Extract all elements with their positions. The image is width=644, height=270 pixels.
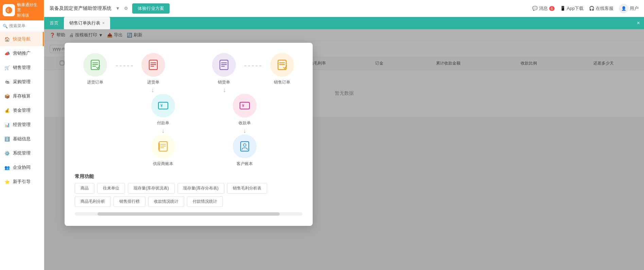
down-arrow-sales: ↓	[204, 87, 245, 94]
svg-text:6: 6	[7, 8, 9, 13]
search-icon: 🔍	[3, 24, 8, 29]
message-badge: 6	[549, 6, 555, 11]
modal-scrollbar-thumb	[98, 212, 280, 216]
sidebar-item-operation[interactable]: 📊 经营管理	[0, 118, 44, 132]
purchase-order-circle	[83, 53, 107, 77]
headset-icon: 🎧	[589, 6, 594, 11]
svg-rect-22	[158, 143, 160, 150]
message-icon: 💬	[532, 6, 538, 11]
tab-close-btn[interactable]: ×	[102, 21, 105, 25]
flow-down-arrows: ↓ ↓	[75, 87, 302, 94]
common-btn-sales-rank[interactable]: 销售排行榜	[114, 196, 145, 207]
logo-icon: 6	[3, 4, 15, 16]
customer-ledger-circle	[233, 134, 257, 158]
main-content: 装备及固定资产辅助管理系统 ▼ ⚙ 体验行业方案 💬 消息 6 📱 App下载 …	[44, 0, 644, 270]
receipt-circle: ¥	[233, 94, 257, 118]
flow-mid-row: ¥ 付款单 ¥ 收款单	[75, 94, 302, 126]
sidebar-item-purchase[interactable]: 🛍 采购管理	[0, 75, 44, 89]
flow-item-payment[interactable]: ¥ 付款单	[139, 94, 187, 126]
down-arrow-receipt: ↓	[221, 127, 268, 134]
sales-order-circle	[270, 53, 294, 77]
common-btn-payment-stat[interactable]: 付款情况统计	[187, 196, 223, 207]
sidebar-item-guide[interactable]: ⭐ 新手引导	[0, 175, 44, 189]
logo-text: 畅康通好生意 标准版	[17, 2, 41, 18]
svg-rect-17	[158, 102, 168, 109]
receipt-label: 收款单	[239, 120, 251, 126]
tab-bar-close-btn[interactable]: ×	[637, 20, 644, 26]
sales-order-label: 销售订单	[274, 79, 290, 85]
message-link[interactable]: 💬 消息 6	[532, 5, 555, 12]
service-link[interactable]: 🎧 在线客服	[589, 5, 613, 12]
flow-section: 进货订单 进货单	[75, 53, 302, 168]
sidebar-item-system[interactable]: ⚙️ 系统管理	[0, 146, 44, 160]
sidebar-item-quicknav[interactable]: 🏠 快捷导航	[0, 32, 44, 46]
box-icon: 📦	[4, 93, 10, 99]
tab-home[interactable]: 首页	[44, 17, 64, 29]
experience-btn[interactable]: 体验行业方案	[132, 3, 170, 14]
common-buttons: 商品 往来单位 现存量(库存状况表) 现存量(库存分布表) 销售毛利分析表 商品…	[75, 183, 302, 207]
common-btn-product-gross[interactable]: 商品毛利分析	[75, 196, 111, 207]
sidebar-item-basic[interactable]: ℹ️ 基础信息	[0, 132, 44, 146]
system-title: 装备及固定资产辅助管理系统	[50, 5, 111, 12]
down-arrow-payment: ↓	[139, 127, 187, 134]
supplier-ledger-label: 供应商账本	[153, 161, 173, 167]
home-icon: 🏠	[4, 36, 10, 42]
flow-modal: 进货订单 进货单	[65, 43, 313, 226]
sidebar-item-sales[interactable]: 🛒 销售管理	[0, 60, 44, 75]
modal-scrollbar[interactable]	[75, 212, 302, 216]
flow-item-customer-ledger[interactable]: 客户账本	[221, 134, 268, 167]
avatar-icon: 👤	[619, 4, 628, 13]
modal-overlay[interactable]: 进货订单 进货单	[44, 29, 644, 270]
topbar-right: 💬 消息 6 📱 App下载 🎧 在线客服 👤 用户	[532, 4, 639, 13]
common-btn-product[interactable]: 商品	[75, 183, 94, 194]
payment-circle: ¥	[151, 94, 175, 118]
svg-rect-21	[159, 142, 167, 151]
user-avatar[interactable]: 👤 用户	[619, 4, 639, 13]
people-icon: 👥	[4, 164, 10, 170]
app-download-link[interactable]: 📱 App下载	[560, 5, 584, 12]
arrow-from-sales-order	[244, 66, 261, 66]
dropdown-icon[interactable]: ▼	[116, 6, 120, 11]
cart-icon: 🛒	[4, 65, 10, 71]
supplier-ledger-circle	[151, 134, 175, 158]
tab-sales-exec[interactable]: 销售订单执行表 ×	[64, 17, 110, 29]
sidebar-item-inventory[interactable]: 📦 库存核算	[0, 89, 44, 103]
page-content: ❓ 帮助 🖨 按模板打印 ▼ 📤 导出 🔄 刷新 📅 — 📅	[44, 29, 644, 270]
sales-bill-label: 销货单	[218, 79, 230, 85]
settings-icon[interactable]: ⚙	[124, 6, 128, 11]
sidebar: 6 畅康通好生意 标准版 🔍 搜索菜单 🏠 快捷导航 📣 营销推广 🛒 销售管理…	[0, 0, 44, 270]
flow-item-purchase-order[interactable]: 进货订单	[75, 53, 116, 85]
common-btn-gross-analysis[interactable]: 销售毛利分析表	[227, 183, 267, 194]
purchase-order-label: 进货订单	[87, 79, 103, 85]
flow-down-arrows2: ↓ ↓	[75, 127, 302, 134]
sidebar-item-collab[interactable]: 👥 企业协同	[0, 160, 44, 175]
common-btn-receipt-stat[interactable]: 收款情况统计	[148, 196, 184, 207]
common-btn-stock-status[interactable]: 现存量(库存状况表)	[128, 183, 175, 194]
tabbar: 首页 销售订单执行表 × ×	[44, 17, 644, 29]
payment-label: 付款单	[157, 120, 169, 126]
common-btn-stock-dist[interactable]: 现存量(库存分布表)	[177, 183, 224, 194]
flow-top-row: 进货订单 进货单	[75, 53, 302, 85]
arrow-to-purchase	[116, 66, 133, 66]
flow-item-receipt[interactable]: ¥ 收款单	[221, 94, 268, 126]
svg-text:¥: ¥	[160, 103, 163, 108]
sidebar-nav: 🏠 快捷导航 📣 营销推广 🛒 销售管理 🛍 采购管理 📦 库存核算 💰 资金管…	[0, 32, 44, 270]
purchase-bill-circle	[141, 53, 165, 77]
common-btn-partner[interactable]: 往来单位	[97, 183, 125, 194]
info-icon: ℹ️	[4, 136, 10, 142]
chart-icon: 📊	[4, 122, 10, 128]
phone-icon: 📱	[560, 6, 565, 11]
wallet-icon: 💰	[4, 107, 10, 113]
flow-item-purchase-bill[interactable]: 进货单	[133, 53, 174, 85]
bag-icon: 🛍	[4, 79, 10, 85]
down-arrow-purchase: ↓	[132, 87, 174, 94]
flow-item-sales-bill[interactable]: 销货单	[203, 53, 244, 85]
sidebar-search[interactable]: 🔍 搜索菜单	[0, 20, 44, 32]
sidebar-item-marketing[interactable]: 📣 营销推广	[0, 46, 44, 60]
sidebar-item-finance[interactable]: 💰 资金管理	[0, 103, 44, 118]
sidebar-logo: 6 畅康通好生意 标准版	[0, 0, 44, 20]
flow-item-supplier-ledger[interactable]: 供应商账本	[139, 134, 187, 167]
svg-rect-19	[240, 102, 249, 109]
star-icon: ⭐	[4, 179, 10, 185]
flow-item-sales-order[interactable]: 销售订单	[261, 53, 302, 85]
